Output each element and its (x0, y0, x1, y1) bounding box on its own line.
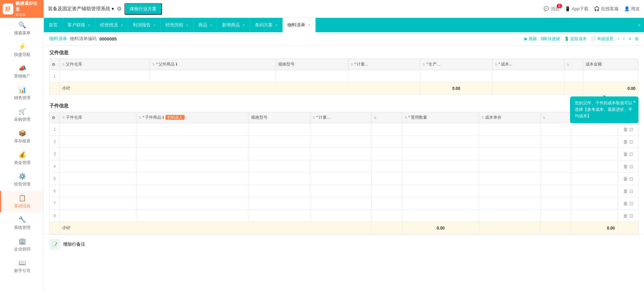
message-button[interactable]: 💬 消息 6 (544, 6, 559, 12)
grid-view[interactable]: ⊞ (635, 36, 639, 41)
child-qty-2[interactable] (310, 136, 372, 148)
child-warehouse-1[interactable] (60, 123, 137, 136)
parent-row-num-1: 1 (50, 70, 60, 82)
child-need-qty-1[interactable] (402, 123, 479, 136)
child-warehouse-2[interactable] (60, 136, 137, 148)
delete-icon-8[interactable]: 🗑 (623, 213, 628, 219)
parent-prod-1[interactable] (420, 70, 492, 82)
sidebar-item-finance[interactable]: 💰资金管理 (0, 148, 44, 169)
delete-icon-6[interactable]: 🗑 (623, 188, 628, 194)
close-tab-customer[interactable]: × (88, 23, 90, 27)
copy-icon-2[interactable]: ⊡ (629, 139, 633, 144)
delete-icon-2[interactable]: 🗑 (623, 139, 628, 144)
child-unit-cost-2[interactable] (479, 136, 540, 148)
delete-icon-5[interactable]: 🗑 (623, 176, 628, 182)
sidebar-item-guide[interactable]: 📖新手引导 (0, 256, 44, 277)
video-icon: ▶ (524, 36, 528, 41)
parent-cost-1[interactable] (492, 70, 564, 82)
child-need-qty-2[interactable] (402, 136, 479, 148)
child-row-num-1: 1 (50, 123, 60, 136)
app-download-button[interactable]: 📱 App下载 (565, 6, 589, 12)
breadcrumb-bom[interactable]: 物料清单 (49, 36, 67, 42)
extract-cost-action[interactable]: 💲 提取成本 (564, 36, 587, 42)
child-row-6: 6 🗑⊡ (50, 185, 639, 197)
delete-icon-7[interactable]: 🗑 (623, 201, 628, 206)
delete-icon-1[interactable]: 🗑 (623, 127, 628, 132)
system-title-dropdown[interactable]: 装备及固定资产辅助管理系统 ▾ (48, 6, 114, 12)
video-action[interactable]: ▶ 视频 (524, 36, 537, 42)
child-product-1[interactable] (136, 123, 249, 136)
delete-icon-3[interactable]: 🗑 (623, 151, 628, 157)
sidebar-item-operation[interactable]: ⚙️经营管理 (0, 169, 44, 191)
close-tab-profit[interactable]: × (153, 23, 156, 27)
copy-icon-3[interactable]: ⊡ (629, 151, 633, 157)
parent-product-1[interactable] (150, 70, 276, 82)
tab-home[interactable]: 首页 (44, 18, 63, 32)
close-tab-new-goods[interactable]: × (243, 23, 245, 27)
sidebar-item-quicknav[interactable]: ⚡快捷导航 (0, 39, 44, 61)
copy-icon-7[interactable]: ⊡ (629, 201, 633, 206)
child-row-2: 2 🗑⊡ (50, 136, 639, 148)
sidebar-item-basic[interactable]: 📋基础信息 (0, 191, 44, 212)
settings-icon[interactable]: ⚙ (117, 5, 122, 12)
breadcrumb-bar: 物料清单 物料清单编码 0000005 ▶ 视频 ⌨ 快捷键 💲 提取成本 📄 … (44, 32, 644, 46)
doc-settings-action[interactable]: 📄 单据设置 (591, 36, 614, 42)
sidebar-item-search[interactable]: 🔍搜索菜单 (0, 18, 44, 39)
trial-button[interactable]: 体验行业方案 (124, 3, 162, 15)
close-tab-bom[interactable]: × (308, 23, 310, 27)
tab-history[interactable]: 经营历程× (161, 18, 193, 32)
close-tab-barcode[interactable]: × (275, 23, 277, 27)
close-all-tabs[interactable]: × (634, 18, 644, 32)
parent-subtotal-empty (50, 82, 60, 95)
tab-operation[interactable]: 经营情况× (95, 18, 128, 32)
breadcrumb-actions: ▶ 视频 ⌨ 快捷键 💲 提取成本 📄 单据设置 ‹ › ≡ ⊞ (524, 36, 639, 42)
copy-icon-5[interactable]: ⊡ (629, 176, 633, 182)
shortcut-action[interactable]: ⌨ 快捷键 (541, 36, 560, 42)
tooltip-close-button[interactable]: × (633, 98, 636, 106)
child-qty-1[interactable] (310, 123, 372, 136)
parent-col-prod: ⇅ *生产... (420, 59, 492, 70)
sidebar-logo: 好 畅捷通好生意 标准版 (0, 0, 44, 18)
parent-qty-1[interactable] (348, 70, 420, 82)
child-amount-1 (571, 123, 618, 136)
tab-bom[interactable]: 物料清单× (283, 18, 315, 32)
tab-profit[interactable]: 利润报告× (128, 18, 161, 32)
online-service-button[interactable]: 🎧 在线客服 (594, 6, 619, 12)
copy-icon-8[interactable]: ⊡ (629, 213, 633, 219)
parent-warehouse-1[interactable] (60, 70, 150, 82)
close-tab-goods[interactable]: × (210, 23, 212, 27)
list-view[interactable]: ≡ (629, 36, 631, 41)
user-menu[interactable]: 👤 用友 (624, 6, 640, 12)
tab-customer[interactable]: 客户联络× (63, 18, 95, 32)
delete-icon-4[interactable]: 🗑 (623, 164, 628, 169)
tab-goods[interactable]: 商品× (194, 18, 217, 32)
tab-new-goods[interactable]: 新增商品× (217, 18, 250, 32)
logo-icon: 好 (3, 3, 13, 14)
sidebar-item-marketing[interactable]: 📣营销推广 (0, 61, 44, 83)
dropdown-arrow-icon: ▾ (112, 6, 114, 11)
sidebar-item-inventory[interactable]: 📦库存核算 (0, 126, 44, 148)
close-tab-operation[interactable]: × (121, 23, 123, 27)
child-unit-cost-1[interactable] (479, 123, 540, 136)
copy-icon-1[interactable]: ⊡ (629, 127, 633, 132)
sidebar-item-sales[interactable]: 📊销售管理 (0, 83, 44, 104)
copy-icon-4[interactable]: ⊡ (629, 164, 633, 169)
copy-icon-6[interactable]: ⊡ (629, 188, 633, 194)
child-product-2[interactable] (136, 136, 249, 148)
tab-barcode[interactable]: 条码方案× (250, 18, 283, 32)
top-header: 装备及固定资产辅助管理系统 ▾ ⚙ 体验行业方案 💬 消息 6 📱 App下载 … (44, 0, 644, 18)
sidebar-item-system[interactable]: 🔧系统管理 (0, 212, 44, 234)
parent-col-amount: 成本金额 (583, 59, 639, 70)
prev-nav[interactable]: ‹ (618, 36, 619, 41)
child-spec-2[interactable] (249, 136, 310, 148)
child-spec-1[interactable] (249, 123, 310, 136)
sidebar-item-purchase[interactable]: 🛒采购管理 (0, 104, 44, 126)
parent-subtotal-amount: 0.00 (583, 82, 639, 95)
sidebar-item-enterprise[interactable]: 🏢企业协同 (0, 234, 44, 256)
child-row-4: 4 🗑⊡ (50, 160, 639, 173)
add-row-note-button[interactable]: 📝 (49, 239, 60, 250)
next-nav[interactable]: › (623, 36, 624, 41)
child-col-product: ⇅ *子件商品 ℹ 扫码录入 (136, 112, 249, 123)
parent-spec-1[interactable] (276, 70, 348, 82)
close-tab-history[interactable]: × (186, 23, 188, 27)
